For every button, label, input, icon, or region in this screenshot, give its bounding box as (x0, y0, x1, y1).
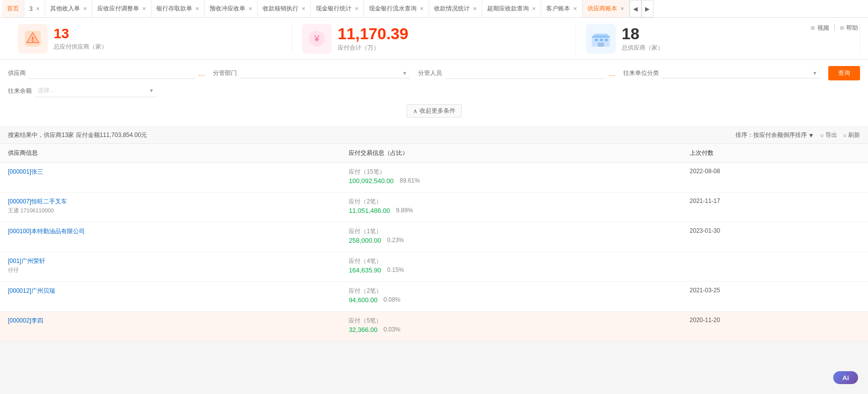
sort-button[interactable]: 排序：按应付余额倒序排序 ▼ (735, 131, 814, 139)
ap-total-icon: ¥ (302, 24, 332, 54)
video-link[interactable]: ⊙ 视频 (810, 24, 829, 32)
nav-tab-cash-bank-stat[interactable]: 现金银行统计 ✕ (311, 0, 364, 17)
nav-tab-3[interactable]: 3 ✕ (24, 0, 45, 17)
col-header-supplier: 供应商信息 (8, 149, 349, 157)
search-button[interactable]: 查询 (828, 66, 860, 80)
amount-4[interactable]: 164,635.90 (349, 266, 381, 274)
export-icon: ○ (820, 132, 824, 139)
supplier-link-1[interactable]: [000001]张三 (8, 168, 43, 175)
balance-placeholder: 选择... (38, 86, 149, 95)
close-tab-supplier-account[interactable]: ✕ (620, 6, 624, 11)
person-input[interactable] (445, 67, 605, 79)
supplier-link-6[interactable]: [000002]李四 (8, 317, 43, 324)
ap-total-number: 11,170.39 (338, 26, 566, 42)
help-icon: ⊙ (840, 24, 845, 31)
results-bar: 搜索结果中，供应商13家 应付金额111,703,854.00元 排序：按应付余… (0, 127, 868, 144)
nav-tab-collect-verify[interactable]: 收款核销执行 ✕ (258, 0, 311, 17)
refresh-icon: ○ (843, 132, 847, 139)
transaction-info-1: 应付（15笔） 100,092,540.00 89.61% (349, 168, 689, 185)
nav-tab-collect-stat[interactable]: 收款情况统计 ✕ (429, 0, 482, 17)
dept-chevron-icon: ▼ (402, 70, 407, 76)
supplier-link-2[interactable]: [000007]恒旺二手叉车 (8, 198, 67, 205)
top-right-links: ⊙ 视频 ⊙ 帮助 (810, 24, 858, 32)
ap-label-3: 应付（1笔） (349, 227, 689, 236)
person-dots[interactable]: ... (609, 69, 615, 78)
amount-2[interactable]: 11,051,486.00 (349, 207, 390, 214)
filter-row-1: 供应商 ... 分管部门 ▼ 分管人员 ... 往来单位分类 (8, 66, 860, 80)
category-select[interactable]: ▼ (662, 68, 820, 78)
supplier-link-5[interactable]: [000012]广州贝瑞 (8, 287, 55, 294)
transaction-info-2: 应付（2笔） 11,051,486.00 9.89% (349, 197, 689, 214)
close-tab-prepay-collect[interactable]: ✕ (248, 6, 252, 11)
close-tab-other-income[interactable]: ✕ (83, 6, 87, 11)
sort-chevron-icon: ▼ (808, 132, 814, 139)
nav-tab-prepay-collect[interactable]: 预收冲应收单 ✕ (205, 0, 258, 17)
close-tab-cash-bank-flow[interactable]: ✕ (420, 6, 424, 11)
circle-icon: ⊙ (810, 24, 815, 31)
pct-6: 0.03% (383, 326, 400, 333)
close-tab-3[interactable]: ✕ (36, 6, 40, 11)
ai-badge[interactable]: Ai (833, 371, 858, 384)
close-tab-ap-adjust[interactable]: ✕ (142, 6, 146, 11)
table-row: [000100]本特勤油品有限公司 应付（1笔） 258,000.00 0.23… (0, 222, 868, 252)
amount-1[interactable]: 100,092,540.00 (349, 177, 393, 185)
top-navigation: 首页 3 ✕ 其他收入单 ✕ 应收应付调整单 ✕ 银行存取款单 ✕ 预收冲应收单… (0, 0, 868, 18)
close-tab-overdue-ar[interactable]: ✕ (532, 6, 536, 11)
last-pay-5: 2021-03-25 (690, 287, 860, 294)
dept-filter-label: 分管部门 (213, 69, 237, 77)
ap-suppliers-icon (18, 24, 48, 54)
close-tab-collect-stat[interactable]: ✕ (473, 6, 477, 11)
table-row: [000001]张三 应付（15笔） 100,092,540.00 89.61%… (0, 163, 868, 193)
amount-5[interactable]: 94,600.00 (349, 296, 377, 304)
nav-tab-customer-account[interactable]: 客户账本 ✕ (541, 0, 582, 17)
col-header-last-pay: 上次付数 (690, 149, 860, 157)
col-header-transaction: 应付交易信息（占比） (349, 149, 689, 157)
table-row: [000012]广州贝瑞 应付（2笔） 94,600.00 0.08% 2021… (0, 282, 868, 312)
ap-label-1: 应付（15笔） (349, 168, 689, 176)
nav-tab-bank-deposit[interactable]: 银行存取款单 ✕ (151, 0, 205, 17)
filter-row-2: 往来余额 选择... ▼ (8, 84, 860, 97)
supplier-link-3[interactable]: [000100]本特勤油品有限公司 (8, 228, 85, 235)
collapse-row: ∧ 收起更多条件 (8, 101, 860, 121)
close-tab-collect-verify[interactable]: ✕ (301, 6, 305, 11)
nav-prev-arrow[interactable]: ◀ (630, 0, 642, 17)
help-link[interactable]: ⊙ 帮助 (840, 24, 858, 32)
collapse-up-icon: ∧ (413, 108, 418, 115)
supplier-dots[interactable]: ... (199, 69, 205, 78)
dept-select[interactable]: ▼ (240, 68, 410, 78)
nav-tab-supplier-account[interactable]: 供应商账本 ✕ (582, 0, 630, 17)
balance-select[interactable]: 选择... ▼ (35, 84, 157, 97)
supplier-info-3: [000100]本特勤油品有限公司 (8, 227, 349, 236)
transaction-info-6: 应付（5笔） 32,366.00 0.03% (349, 317, 689, 333)
close-tab-bank-deposit[interactable]: ✕ (195, 6, 199, 11)
close-tab-cash-bank-stat[interactable]: ✕ (355, 6, 359, 11)
nav-next-arrow[interactable]: ▶ (642, 0, 653, 17)
summary-card-ap-total: ¥ 11,170.39 应付合计（万） (292, 24, 576, 54)
nav-tab-overdue-ar[interactable]: 超期应收款查询 ✕ (482, 0, 541, 17)
supplier-info-4: [001]广州荣轩 仔仔 (8, 257, 349, 274)
balance-chevron-icon: ▼ (149, 88, 154, 93)
nav-tab-other-income[interactable]: 其他收入单 ✕ (45, 0, 92, 17)
refresh-button[interactable]: ○ 刷新 (843, 131, 860, 139)
supplier-link-4[interactable]: [001]广州荣轩 (8, 258, 45, 264)
nav-tab-ap-adjust[interactable]: 应收应付调整单 ✕ (92, 0, 151, 17)
ap-suppliers-label: 总应付供应商（家） (54, 43, 282, 51)
transaction-info-4: 应付（4笔） 164,635.90 0.15% (349, 257, 689, 274)
supplier-input[interactable] (29, 67, 195, 79)
supplier-info-5: [000012]广州贝瑞 (8, 287, 349, 295)
amount-3[interactable]: 258,000.00 (349, 237, 381, 244)
export-button[interactable]: ○ 导出 (820, 131, 837, 139)
nav-tab-cash-bank-flow[interactable]: 现金银行流水查询 ✕ (364, 0, 429, 17)
summary-area: 13 总应付供应商（家） ¥ 11,170.39 应付合计（万） (0, 18, 868, 60)
data-table: 供应商信息 应付交易信息（占比） 上次付数 [000001]张三 应付（15笔）… (0, 144, 868, 341)
supplier-info-1: [000001]张三 (8, 168, 349, 176)
amount-6[interactable]: 32,366.00 (349, 326, 377, 333)
svg-rect-12 (605, 39, 608, 41)
nav-tab-home[interactable]: 首页 (2, 0, 24, 17)
last-pay-2: 2021-11-17 (690, 197, 860, 204)
pct-5: 0.08% (383, 296, 400, 303)
collapse-button[interactable]: ∧ 收起更多条件 (407, 104, 462, 118)
close-tab-customer-account[interactable]: ✕ (573, 6, 577, 11)
category-filter-label: 往来单位分类 (623, 69, 659, 77)
supplier-filter-label: 供应商 (8, 69, 26, 77)
